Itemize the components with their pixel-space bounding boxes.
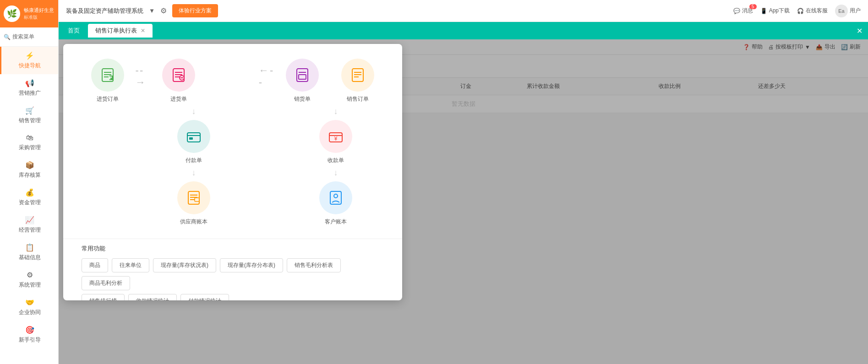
purchase-bill-label: 进货单 [170, 95, 187, 103]
sidebar-item-collaboration[interactable]: 🤝 企业协同 [0, 293, 58, 321]
inventory-icon: 📦 [25, 161, 34, 169]
system-dropdown-button[interactable]: ▼ [149, 7, 155, 14]
common-btn-sales-rank[interactable]: 销售排行榜 [82, 294, 125, 300]
sidebar-nav: ⚡ 快捷导航 📢 营销推广 🛒 销售管理 🛍 采购管理 📦 库存核算 💰 [0, 47, 58, 364]
finance-icon: 💰 [25, 188, 34, 197]
flow-node-receipt: ¥ 收款单 [306, 120, 366, 164]
sidebar-search-area: 🔍 搜索菜单 [0, 27, 58, 47]
svg-rect-19 [189, 137, 193, 140]
shortcuts-icon: ⚡ [25, 51, 34, 60]
common-btn-counterpart[interactable]: 往来单位 [112, 258, 149, 272]
purchase-bill-circle[interactable] [162, 59, 195, 92]
main-content: 装备及固定资产辅助管理系统 ▼ ⚙ 体验行业方案 💬 消息 5 📱 App下载 … [59, 0, 868, 364]
search-icon: 🔍 [4, 34, 11, 40]
down-arrow-sales: ↓ [306, 107, 366, 116]
sidebar-logo[interactable]: 🌿 畅康通好生意 标准版 [0, 0, 58, 27]
svg-rect-12 [299, 75, 306, 79]
app-download-button[interactable]: 📱 App下载 [760, 7, 790, 15]
message-button[interactable]: 💬 消息 5 [733, 7, 753, 15]
message-icon: 💬 [733, 8, 740, 14]
common-btn-stock-status[interactable]: 现存量(库存状况表) [153, 258, 216, 272]
flow-section: 进货订单 - - → 进货单 [63, 44, 402, 239]
flow-node-sales-bill: 销货单 [276, 59, 328, 103]
common-buttons-group: 商品 往来单位 现存量(库存状况表) 现存量(库存分布表) 销售毛利分析表 商品… [82, 258, 384, 290]
flow-row-1: 进货订单 - - → 进货单 [82, 59, 384, 103]
common-functions-title: 常用功能 [82, 244, 384, 253]
payment-label: 付款单 [186, 157, 202, 164]
logo-text: 畅康通好生意 标准版 [24, 7, 54, 20]
flow-row-2: 付款单 ¥ 收款单 [82, 120, 384, 164]
down-arrow-purchase: ↓ [164, 107, 224, 116]
sidebar-item-management[interactable]: 📈 经营管理 [0, 211, 58, 239]
collaboration-icon: 🤝 [25, 298, 34, 307]
download-icon: 📱 [760, 8, 767, 14]
down-arrow-receipt: ↓ [306, 168, 366, 178]
user-avatar: Ea [835, 5, 848, 17]
close-all-tabs-button[interactable]: ✕ [853, 25, 866, 37]
sales-bill-circle[interactable] [286, 59, 319, 92]
purchase-order-label: 进货订单 [97, 95, 119, 103]
flow-node-purchase-order: 进货订单 [82, 59, 134, 103]
basic-info-icon: 📋 [25, 243, 34, 252]
search-menu-button[interactable]: 🔍 搜索菜单 [4, 31, 55, 43]
payment-circle[interactable] [177, 120, 210, 153]
flow-node-sales-order: 销售订单 [332, 59, 384, 103]
gear-icon[interactable]: ⚙ [160, 6, 167, 15]
logo-icon: 🌿 [4, 5, 20, 22]
sales-icon: 🛒 [25, 106, 34, 115]
content-area: ❓ 帮助 🖨 按模板打印 ▼ 📤 导出 🔄 [59, 39, 868, 364]
sidebar: 🌿 畅康通好生意 标准版 🔍 搜索菜单 ⚡ 快捷导航 📢 营销推广 � [0, 0, 59, 364]
sidebar-item-system[interactable]: ⚙ 系统管理 [0, 266, 58, 293]
flow-node-payment: 付款单 [164, 120, 224, 164]
sidebar-item-inventory[interactable]: 📦 库存核算 [0, 156, 58, 184]
sidebar-item-marketing[interactable]: 📢 营销推广 [0, 74, 58, 102]
sidebar-item-sales[interactable]: 🛒 销售管理 [0, 102, 58, 129]
sidebar-item-basic-info[interactable]: 📋 基础信息 [0, 239, 58, 266]
common-functions-section: 常用功能 商品 往来单位 现存量(库存状况表) 现存量(库存分布表) 销售毛利分… [63, 239, 402, 300]
svg-point-29 [334, 194, 338, 198]
sidebar-item-finance[interactable]: 💰 资金管理 [0, 184, 58, 211]
svg-rect-17 [187, 133, 200, 142]
message-badge: 5 [749, 4, 757, 9]
modal-overlay[interactable]: 进货订单 - - → 进货单 [59, 39, 868, 364]
tab-close-icon[interactable]: ✕ [141, 27, 145, 34]
service-icon: 🎧 [797, 8, 804, 14]
tab-sales-order-execution[interactable]: 销售订单执行表 ✕ [88, 24, 153, 38]
receipt-circle[interactable]: ¥ [319, 120, 352, 153]
svg-rect-27 [195, 198, 199, 201]
tabbar: 首页 销售订单执行表 ✕ ✕ [59, 22, 868, 39]
flow-node-supplier-ledger: 供应商账本 [164, 181, 224, 226]
guide-icon: 🎯 [25, 326, 34, 334]
marketing-icon: 📢 [25, 79, 34, 87]
topbar: 装备及固定资产辅助管理系统 ▼ ⚙ 体验行业方案 💬 消息 5 📱 App下载 … [59, 0, 868, 22]
common-btn-receipt-stat[interactable]: 收款情况统计 [128, 294, 177, 300]
common-btn-sales-gross[interactable]: 销售毛利分析表 [287, 258, 341, 272]
purchase-order-circle[interactable] [91, 59, 124, 92]
common-btn-product-gross[interactable]: 商品毛利分析 [82, 276, 130, 290]
sales-order-circle[interactable] [341, 59, 374, 92]
experience-button[interactable]: 体验行业方案 [172, 4, 218, 17]
tab-home[interactable]: 首页 [60, 24, 87, 38]
customer-ledger-label: 客户账本 [325, 218, 347, 226]
common-btn-payment-stat[interactable]: 付款情况统计 [180, 294, 229, 300]
sales-order-label: 销售订单 [347, 95, 369, 103]
flow-row-arrows-down-2: ↓ ↓ [82, 168, 384, 178]
common-btn-product[interactable]: 商品 [82, 258, 108, 272]
user-menu[interactable]: Ea 用户 [835, 5, 861, 17]
sidebar-item-purchase[interactable]: 🛍 采购管理 [0, 129, 58, 156]
system-name: 装备及固定资产辅助管理系统 [66, 7, 143, 15]
sales-bill-label: 销货单 [294, 95, 311, 103]
topbar-right: 💬 消息 5 📱 App下载 🎧 在线客服 Ea 用户 [733, 5, 861, 17]
sidebar-item-shortcuts[interactable]: ⚡ 快捷导航 [0, 47, 58, 74]
flow-row-arrows-down: ↓ ↓ [82, 107, 384, 116]
arrow-purchase-order-to-bill: - - → [136, 65, 151, 98]
supplier-ledger-circle[interactable] [177, 181, 210, 214]
online-service-button[interactable]: 🎧 在线客服 [797, 7, 828, 15]
quick-nav-modal: 进货订单 - - → 进货单 [63, 44, 402, 300]
system-icon: ⚙ [27, 271, 33, 279]
customer-ledger-circle[interactable] [319, 181, 352, 214]
common-btn-stock-dist[interactable]: 现存量(库存分布表) [220, 258, 283, 272]
sidebar-item-guide[interactable]: 🎯 新手引导 [0, 321, 58, 348]
receipt-label: 收款单 [328, 157, 344, 164]
flow-row-3: 供应商账本 客户账本 [82, 181, 384, 226]
